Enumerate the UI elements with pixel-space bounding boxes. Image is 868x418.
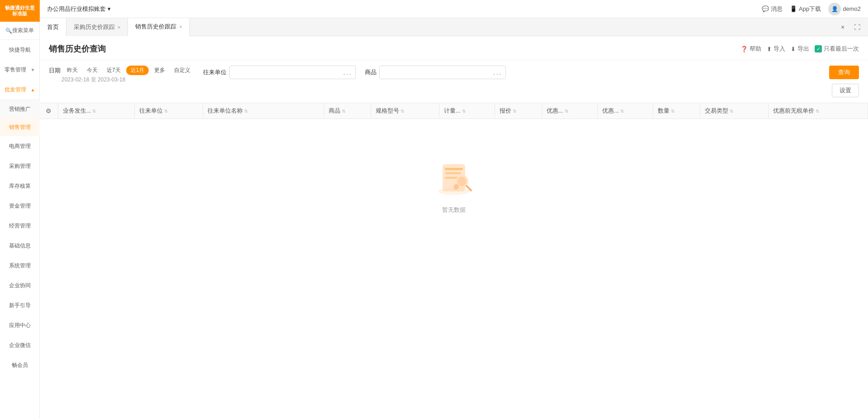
export-btn[interactable]: ⬇ 导出 — [791, 45, 809, 53]
finance-label: 资金管理 — [9, 202, 31, 210]
empty-icon — [431, 155, 476, 200]
help-label: 帮助 — [750, 45, 761, 53]
sidebar-item-enterprise[interactable]: 企业协同 — [0, 276, 40, 295]
tab-sales-close[interactable]: × — [179, 24, 182, 29]
col-date[interactable]: 业务发生... ⇅ — [58, 103, 135, 119]
page-actions: ❓ 帮助 ⬆ 导入 ⬇ 导出 ✓ 只看最后一次 — [741, 45, 859, 53]
app-download-label: App下载 — [799, 5, 821, 13]
app-download-btn[interactable]: 📱 App下载 — [790, 5, 821, 13]
app-center-label: 应用中心 — [9, 322, 31, 329]
col-settings[interactable]: ⚙ — [40, 103, 58, 119]
sort-icon-trade-type: ⇅ — [730, 109, 733, 114]
quick-nav-label: 快捷导航 — [9, 46, 31, 54]
date-label: 日期 — [49, 66, 61, 75]
settings-button[interactable]: 设置 — [832, 84, 859, 97]
col-discount1[interactable]: 优惠... ⇅ — [542, 103, 597, 119]
user-menu[interactable]: 👤 demo2 — [828, 3, 861, 15]
col-quantity[interactable]: 数量 ⇅ — [653, 103, 700, 119]
header-row: ⚙ 业务发生... ⇅ 往来单位 ⇅ — [40, 103, 868, 119]
sort-icon-unit: ⇅ — [462, 109, 466, 114]
sidebar-item-sales[interactable]: 销售管理 — [0, 118, 40, 136]
col-quantity-label: 数量 — [658, 107, 670, 115]
sidebar-item-quick-nav[interactable]: 快捷导航 — [0, 40, 40, 60]
wholesale-arrow-icon: ▲ — [31, 87, 35, 92]
sidebar-item-inventory[interactable]: 库存核算 — [0, 176, 40, 196]
retail-arrow-icon: ▼ — [31, 67, 35, 72]
date-option-last1m[interactable]: 近1月 — [126, 66, 149, 75]
header-title: 办公用品行业模拟账套 — [47, 5, 106, 13]
col-unit[interactable]: 计量... ⇅ — [439, 103, 495, 119]
tab-purchase-history[interactable]: 采购历史价跟踪 × — [66, 18, 128, 36]
settings-icon[interactable]: ⚙ — [46, 107, 52, 114]
sidebar-item-app-center[interactable]: 应用中心 — [0, 315, 40, 335]
sales-label: 销售管理 — [9, 124, 31, 131]
col-spec[interactable]: 规格型号 ⇅ — [371, 103, 439, 119]
fullscreen-btn[interactable]: ⛶ — [852, 22, 863, 33]
svg-rect-2 — [445, 168, 463, 170]
product-input[interactable]: ... — [379, 66, 506, 79]
main-area: 办公用品行业模拟账套 ▾ 💬 消息 📱 App下载 👤 demo2 首页 — [40, 0, 868, 418]
import-btn[interactable]: ⬆ 导入 — [767, 45, 785, 53]
col-product[interactable]: 商品 ⇅ — [324, 103, 371, 119]
sidebar-item-member[interactable]: 畅会员 — [0, 355, 40, 375]
col-pre-tax-label: 优惠前无税单价 — [773, 107, 814, 115]
inventory-label: 库存核算 — [9, 182, 31, 190]
table-wrapper: ⚙ 业务发生... ⇅ 往来单位 ⇅ — [40, 103, 868, 418]
col-discount2[interactable]: 优惠... ⇅ — [598, 103, 653, 119]
sort-icon-quantity: ⇅ — [671, 109, 675, 114]
date-option-yesterday[interactable]: 昨天 — [63, 66, 81, 75]
col-spec-label: 规格型号 — [376, 107, 399, 115]
date-option-custom[interactable]: 自定义 — [170, 66, 194, 75]
dropdown-icon: ▾ — [108, 5, 111, 12]
header-left: 办公用品行业模拟账套 ▾ — [47, 5, 111, 13]
close-tab-btn[interactable]: × — [837, 22, 848, 33]
page-content: 销售历史价查询 ❓ 帮助 ⬆ 导入 ⬇ 导出 ✓ 只看最后一次 — [40, 36, 868, 418]
basic-label: 基础信息 — [9, 242, 31, 250]
sidebar-item-enterprise-wechat[interactable]: 企业微信 — [0, 335, 40, 355]
sidebar-item-newbie[interactable]: 新手引导 — [0, 295, 40, 315]
date-option-more[interactable]: 更多 — [151, 66, 169, 75]
sidebar-item-wholesale[interactable]: 批发管理 ▲ — [0, 80, 40, 100]
enterprise-label: 企业协同 — [9, 282, 31, 290]
col-counterparty-id[interactable]: 往来单位 ⇅ — [135, 103, 203, 119]
tab-sales-history[interactable]: 销售历史价跟踪 × — [128, 18, 189, 36]
app-download-icon: 📱 — [790, 5, 797, 12]
col-quote[interactable]: 报价 ⇅ — [495, 103, 542, 119]
query-button[interactable]: 查询 — [829, 66, 859, 79]
sidebar-item-purchase[interactable]: 采购管理 — [0, 156, 40, 176]
message-btn[interactable]: 💬 消息 — [762, 5, 783, 13]
logo-text: 畅捷通好生意 — [5, 5, 35, 11]
empty-text: 暂无数据 — [442, 206, 466, 214]
col-trade-type[interactable]: 交易类型 ⇅ — [700, 103, 768, 119]
only-last-toggle[interactable]: ✓ 只看最后一次 — [815, 45, 859, 53]
counterparty-input[interactable]: ... — [229, 66, 356, 79]
search-label: 搜索菜单 — [12, 27, 34, 34]
ecommerce-label: 电商管理 — [9, 142, 31, 150]
close-icon: × — [841, 24, 844, 31]
sidebar-item-operations[interactable]: 经营管理 — [0, 216, 40, 236]
sidebar-item-marketing[interactable]: 营销推广 — [0, 100, 40, 118]
sidebar-item-finance[interactable]: 资金管理 — [0, 196, 40, 216]
sidebar-item-retail[interactable]: 零售管理 ▼ — [0, 60, 40, 80]
date-option-last7[interactable]: 近7天 — [103, 66, 124, 75]
filter-section: 日期 昨天 今天 近7天 近1月 更多 自定义 2023-02-18 至 202… — [40, 60, 868, 103]
header-title-dropdown[interactable]: 办公用品行业模拟账套 ▾ — [47, 5, 111, 13]
sidebar-item-basic[interactable]: 基础信息 — [0, 236, 40, 256]
col-counterparty-name[interactable]: 往来单位名称 ⇅ — [203, 103, 324, 119]
page-header: 销售历史价查询 ❓ 帮助 ⬆ 导入 ⬇ 导出 ✓ 只看最后一次 — [40, 36, 868, 60]
operations-label: 经营管理 — [9, 222, 31, 230]
logo: 畅捷通好生意 标准版 — [0, 0, 40, 22]
sidebar-item-system[interactable]: 系统管理 — [0, 256, 40, 276]
col-pre-tax[interactable]: 优惠前无税单价 ⇅ — [768, 103, 868, 119]
sort-icon-quote: ⇅ — [513, 109, 516, 114]
avatar-icon: 👤 — [831, 6, 838, 12]
only-last-checkbox[interactable]: ✓ — [815, 45, 822, 52]
tab-purchase-close[interactable]: × — [118, 24, 120, 30]
search-menu[interactable]: 🔍 搜索菜单 — [0, 22, 40, 40]
product-filter: 商品 ... — [365, 66, 506, 79]
date-option-today[interactable]: 今天 — [83, 66, 101, 75]
tab-home[interactable]: 首页 — [40, 18, 66, 36]
sidebar-item-ecommerce[interactable]: 电商管理 — [0, 136, 40, 156]
help-btn[interactable]: ❓ 帮助 — [741, 45, 761, 53]
page-title: 销售历史价查询 — [49, 43, 106, 54]
